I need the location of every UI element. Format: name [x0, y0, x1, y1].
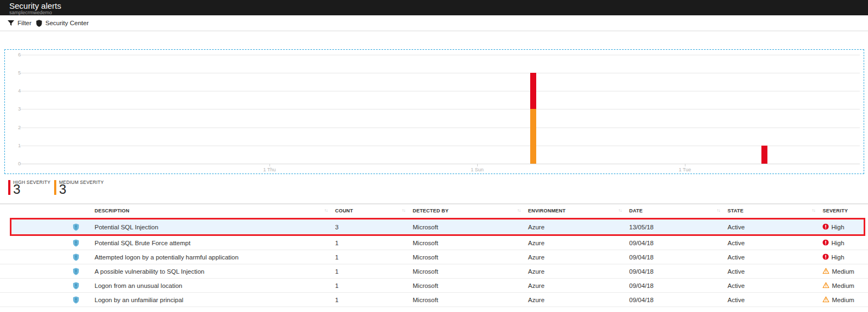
x-axis-tick — [269, 164, 270, 166]
chart-gridline — [20, 128, 860, 128]
chart-gridline — [20, 109, 860, 109]
cell-state: Active — [728, 268, 744, 275]
cell-state: Active — [728, 254, 744, 261]
sort-arrows-icon[interactable]: ↑↓ — [812, 208, 815, 213]
cell-environment: Azure — [528, 224, 544, 230]
security-center-button-label: Security Center — [45, 20, 89, 26]
chart-gridline — [20, 55, 860, 55]
cell-detected_by: Microsoft — [413, 254, 438, 261]
security-center-button[interactable]: Security Center — [36, 15, 89, 31]
table-row[interactable]: A possible vulnerability to SQL Injectio… — [0, 264, 868, 279]
page-title: Security alerts — [9, 1, 61, 10]
cell-count: 1 — [335, 297, 338, 303]
column-header-description[interactable]: DESCRIPTION — [95, 208, 130, 213]
x-axis-tick — [685, 164, 685, 166]
subscription-subtitle: samplecrmwedemo — [9, 10, 52, 15]
cell-count: 1 — [335, 268, 338, 275]
cell-detected_by: Microsoft — [413, 282, 438, 289]
column-header-severity[interactable]: SEVERITY — [823, 208, 848, 213]
cell-environment: Azure — [528, 254, 544, 261]
blade-header: Security alerts samplecrmwedemo — [0, 0, 868, 15]
chart-gridline — [20, 164, 860, 164]
column-header-detected_by[interactable]: DETECTED BY — [413, 208, 449, 213]
severity-text: Medium — [832, 268, 854, 275]
high-severity-icon — [823, 239, 829, 246]
x-axis-tick-label: 1 Thu — [263, 167, 276, 172]
cell-state: Active — [728, 240, 744, 246]
sort-arrows-icon[interactable]: ↑↓ — [324, 208, 327, 213]
cell-date: 13/05/18 — [629, 224, 654, 230]
column-header-date[interactable]: DATE — [629, 208, 643, 213]
cell-description: Logon from an unusual location — [95, 282, 182, 289]
alert-shield-icon — [73, 268, 79, 275]
sort-arrows-icon[interactable]: ↑↓ — [517, 208, 520, 213]
security-alerts-blade: Security alerts samplecrmwedemo Filter S… — [0, 0, 868, 312]
sort-arrows-icon[interactable]: ↑↓ — [402, 208, 405, 213]
sort-arrows-icon[interactable]: ↑↓ — [618, 208, 621, 213]
alerts-chart[interactable]: 01234561 Thu1 Sun1 Tue — [4, 49, 864, 174]
alert-shield-icon — [73, 253, 79, 261]
x-axis-tick-label: 1 Sun — [471, 167, 484, 172]
y-axis-tick-label: 4 — [18, 88, 21, 94]
sort-arrows-icon[interactable]: ↑↓ — [717, 208, 720, 213]
alert-shield-icon — [73, 296, 79, 304]
y-axis-tick-label: 1 — [18, 143, 21, 148]
medium-severity-icon — [823, 282, 829, 289]
y-axis-tick-label: 0 — [18, 161, 21, 166]
filter-button-label: Filter — [17, 20, 32, 26]
y-axis-tick-label: 2 — [18, 125, 21, 130]
severity-text: High — [831, 240, 844, 246]
cell-severity: High — [823, 239, 844, 246]
x-axis-tick-label: 1 Tue — [679, 167, 691, 172]
column-header-environment[interactable]: ENVIRONMENT — [528, 208, 566, 213]
cell-date: 09/04/18 — [629, 282, 654, 289]
cell-detected_by: Microsoft — [413, 297, 438, 303]
severity-text: High — [831, 224, 844, 230]
cell-description: Attempted logon by a potentially harmful… — [95, 254, 238, 261]
chart-bar-segment-medium[interactable] — [530, 109, 536, 164]
chart-gridline — [20, 146, 860, 146]
command-toolbar: Filter Security Center — [0, 15, 868, 31]
cell-description: Logon by an unfamiliar principal — [95, 297, 183, 303]
cell-description: Potential SQL Injection — [95, 224, 159, 230]
cell-environment: Azure — [528, 297, 544, 303]
chart-gridline — [20, 91, 860, 91]
cell-environment: Azure — [528, 282, 544, 289]
severity-text: Medium — [832, 282, 854, 289]
chart-bar-segment-high[interactable] — [530, 73, 536, 109]
cell-count: 1 — [335, 254, 338, 261]
alert-shield-icon — [73, 282, 79, 290]
medium-severity-count: 3 — [59, 184, 66, 195]
high-severity-count: 3 — [13, 184, 20, 195]
table-row[interactable]: Potential SQL Brute Force attempt1Micros… — [0, 236, 868, 250]
chart-bar-segment-high[interactable] — [761, 146, 767, 164]
medium-severity-color-bar — [54, 180, 56, 195]
table-row[interactable]: Attempted logon by a potentially harmful… — [0, 250, 868, 264]
cell-state: Active — [728, 297, 744, 303]
column-header-count[interactable]: COUNT — [335, 208, 353, 213]
alerts-table-header: DESCRIPTIONCOUNT↑↓DETECTED BY↑↓ENVIRONME… — [0, 204, 868, 218]
cell-count: 3 — [335, 224, 338, 230]
cell-count: 1 — [335, 240, 338, 246]
table-row[interactable]: Logon by an unfamiliar principal1Microso… — [0, 293, 868, 307]
cell-date: 09/04/18 — [629, 240, 654, 246]
cell-severity: High — [823, 253, 844, 261]
filter-button[interactable]: Filter — [8, 15, 32, 31]
table-row[interactable]: Potential SQL Injection3MicrosoftAzure13… — [0, 219, 868, 234]
cell-state: Active — [728, 224, 744, 230]
filter-icon — [8, 20, 14, 26]
cell-severity: Medium — [823, 296, 854, 303]
cell-state: Active — [728, 282, 744, 289]
cell-date: 09/04/18 — [629, 268, 654, 275]
medium-severity-icon — [823, 296, 829, 303]
cell-description: Potential SQL Brute Force attempt — [95, 240, 190, 246]
cell-count: 1 — [335, 282, 338, 289]
cell-detected_by: Microsoft — [413, 240, 438, 246]
alert-shield-icon — [73, 223, 79, 231]
high-severity-color-bar — [8, 180, 10, 195]
column-header-state[interactable]: STATE — [728, 208, 743, 213]
cell-environment: Azure — [528, 268, 544, 275]
high-severity-icon — [823, 253, 829, 261]
cell-severity: Medium — [823, 268, 854, 275]
table-row[interactable]: Logon from an unusual location1Microsoft… — [0, 279, 868, 293]
